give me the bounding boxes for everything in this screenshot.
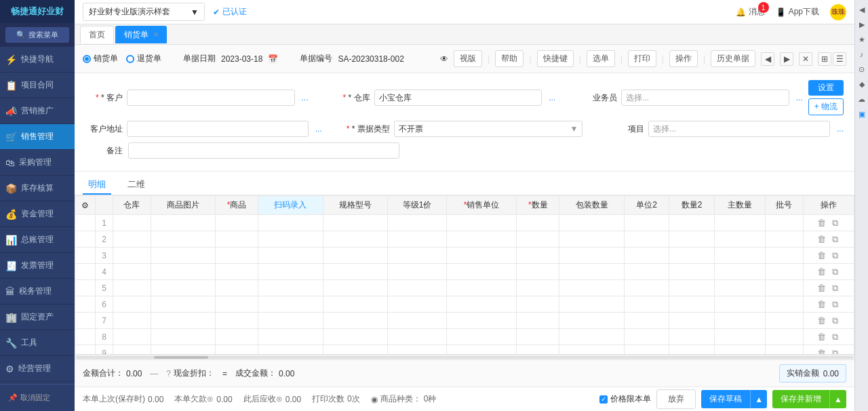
sidebar-item-project[interactable]: 📋 项目合同 bbox=[0, 73, 75, 98]
row-sale-unit[interactable] bbox=[446, 215, 516, 231]
sidebar-item-tax[interactable]: 🏛 税务管理 bbox=[0, 279, 75, 305]
right-panel-icon-note[interactable]: ♪ bbox=[856, 49, 867, 60]
row-qty[interactable] bbox=[517, 215, 559, 231]
row-pack-qty[interactable] bbox=[559, 215, 625, 231]
tab-sale-order[interactable]: 销货单 × bbox=[115, 26, 167, 43]
toolbar-print-btn[interactable]: 打印 bbox=[628, 50, 656, 67]
right-panel-icon-cloud[interactable]: ☁ bbox=[856, 94, 867, 104]
delete-icon[interactable]: 🗑 bbox=[816, 315, 827, 326]
sidebar-item-invoice[interactable]: 🧾 发票管理 bbox=[0, 253, 75, 279]
calendar-icon[interactable]: 📅 bbox=[268, 54, 278, 64]
salesperson-input[interactable]: 选择... bbox=[621, 90, 789, 106]
row-unit2[interactable] bbox=[624, 215, 669, 231]
sidebar-item-purchase[interactable]: 🛍 采购管理 bbox=[0, 150, 75, 176]
copy-icon[interactable]: ⧉ bbox=[830, 218, 841, 229]
right-panel-icon-2[interactable]: ▶ bbox=[856, 19, 867, 30]
row-spec[interactable] bbox=[323, 215, 388, 231]
tab-close-icon[interactable]: × bbox=[153, 30, 158, 39]
list-view-btn[interactable]: ☰ bbox=[833, 52, 846, 66]
row-batch[interactable] bbox=[766, 215, 803, 231]
right-panel-icon-grid[interactable]: ▣ bbox=[856, 109, 867, 119]
copy-icon[interactable]: ⧉ bbox=[830, 348, 841, 355]
toolbar-help-btn[interactable]: 帮助 bbox=[495, 50, 524, 67]
sidebar-item-marketing[interactable]: 📣 营销推广 bbox=[0, 98, 75, 124]
toolbar-view-btn[interactable]: 视版 bbox=[454, 50, 482, 67]
row-checkbox[interactable] bbox=[75, 215, 96, 231]
sidebar-item-inventory[interactable]: 📦 库存核算 bbox=[0, 176, 75, 201]
abandon-button[interactable]: 放弃 bbox=[656, 389, 696, 409]
customer-input[interactable] bbox=[127, 90, 295, 106]
copy-icon[interactable]: ⧉ bbox=[830, 299, 841, 310]
row-checkbox[interactable] bbox=[75, 231, 96, 248]
tab-detail[interactable]: 明细 bbox=[83, 176, 111, 195]
delete-icon[interactable]: 🗑 bbox=[816, 348, 827, 355]
project-input[interactable]: 选择... bbox=[648, 121, 830, 137]
price-limit-checkbox[interactable]: ✓ 价格限本单 bbox=[599, 393, 651, 405]
delete-icon[interactable]: 🗑 bbox=[816, 267, 827, 277]
right-panel-icon-diamond[interactable]: ◆ bbox=[856, 79, 867, 90]
save-draft-dropdown[interactable]: ▲ bbox=[750, 390, 767, 408]
search-menu-button[interactable]: 🔍 专业版 首页 搜索菜单 bbox=[5, 27, 69, 43]
toolbar-history-btn[interactable]: 历史单据 bbox=[711, 50, 755, 67]
user-profile[interactable]: 珠珠 bbox=[830, 4, 846, 20]
right-panel-icon-circle[interactable]: ⊙ bbox=[856, 64, 867, 75]
sidebar-item-funds[interactable]: 💰 资金管理 bbox=[0, 201, 75, 227]
toolbar-shortcut-btn[interactable]: 快捷键 bbox=[537, 50, 574, 67]
cancel-fixed-button[interactable]: 📌 取消固定 bbox=[5, 390, 69, 406]
delete-icon[interactable]: 🗑 bbox=[816, 218, 827, 229]
row-qty2[interactable] bbox=[669, 215, 715, 231]
close-form-btn[interactable]: ✕ bbox=[799, 52, 812, 66]
help-icon[interactable]: ? bbox=[166, 369, 171, 378]
copy-icon[interactable]: ⧉ bbox=[830, 267, 841, 277]
right-panel-icon-1[interactable]: ◀ bbox=[856, 4, 867, 15]
app-download-button[interactable]: 📱 App下载 bbox=[776, 6, 819, 18]
grid-view-btn[interactable]: ⊞ bbox=[818, 52, 831, 66]
row-product-img[interactable] bbox=[151, 215, 216, 231]
remark-textarea[interactable] bbox=[128, 142, 399, 159]
add-logistics-button[interactable]: + 物流 bbox=[808, 98, 844, 115]
delete-icon[interactable]: 🗑 bbox=[816, 234, 827, 245]
right-panel-icon-star[interactable]: ★ bbox=[856, 34, 867, 45]
sidebar-item-quick-nav[interactable]: ⚡ 快捷导航 bbox=[0, 47, 75, 73]
copy-icon[interactable]: ⧉ bbox=[830, 283, 841, 294]
next-record-btn[interactable]: ▶ bbox=[780, 52, 793, 66]
row-grade-price[interactable] bbox=[388, 215, 447, 231]
toolbar-operate-btn[interactable]: 操作 bbox=[669, 50, 698, 67]
sidebar-item-sales[interactable]: 🛒 销售管理 bbox=[0, 124, 75, 150]
delete-icon[interactable]: 🗑 bbox=[816, 250, 827, 261]
tab-home[interactable]: 首页 bbox=[80, 26, 114, 43]
copy-icon[interactable]: ⧉ bbox=[830, 234, 841, 245]
salesperson-ellipsis[interactable]: ... bbox=[796, 93, 803, 102]
row-warehouse[interactable] bbox=[113, 215, 151, 231]
delete-icon[interactable]: 🗑 bbox=[816, 332, 827, 342]
copy-icon[interactable]: ⧉ bbox=[830, 315, 841, 326]
company-selector[interactable]: 好业财专业版演示样套 ▼ bbox=[83, 3, 205, 21]
toolbar-select-btn[interactable]: 选单 bbox=[587, 50, 615, 67]
copy-icon[interactable]: ⧉ bbox=[830, 250, 841, 261]
horizontal-scrollbar[interactable] bbox=[75, 354, 854, 359]
project-ellipsis[interactable]: ... bbox=[837, 124, 844, 134]
prev-record-btn[interactable]: ◀ bbox=[761, 52, 774, 66]
address-input[interactable] bbox=[127, 121, 309, 137]
warehouse-input[interactable]: 小宝仓库 bbox=[374, 90, 542, 106]
row-product[interactable] bbox=[216, 215, 258, 231]
save-new-dropdown[interactable]: ▲ bbox=[829, 390, 846, 408]
radio-sale[interactable]: 销货单 bbox=[83, 53, 118, 64]
copy-icon[interactable]: ⧉ bbox=[830, 332, 841, 342]
save-draft-button[interactable]: 保存草稿 bbox=[701, 390, 750, 408]
tab-2d[interactable]: 二维 bbox=[122, 176, 151, 195]
warehouse-ellipsis[interactable]: ... bbox=[549, 93, 555, 102]
sidebar-item-operations[interactable]: ⚙ 经营管理 bbox=[0, 356, 75, 382]
radio-return[interactable]: 退货单 bbox=[126, 53, 161, 64]
row-main-qty[interactable] bbox=[714, 215, 765, 231]
customer-ellipsis[interactable]: ... bbox=[302, 93, 309, 102]
row-batch-import[interactable] bbox=[258, 215, 323, 231]
set-button[interactable]: 设置 bbox=[808, 80, 844, 96]
th-settings[interactable]: ⚙ bbox=[75, 196, 96, 215]
delete-icon[interactable]: 🗑 bbox=[816, 283, 827, 294]
sidebar-item-accounting[interactable]: 📊 总账管理 bbox=[0, 227, 75, 253]
invoice-select[interactable]: 不开票 ▼ bbox=[394, 121, 583, 137]
save-new-button[interactable]: 保存并新增 bbox=[772, 390, 829, 408]
address-ellipsis[interactable]: ... bbox=[315, 124, 322, 134]
sidebar-item-tools[interactable]: 🔧 工具 bbox=[0, 330, 75, 356]
